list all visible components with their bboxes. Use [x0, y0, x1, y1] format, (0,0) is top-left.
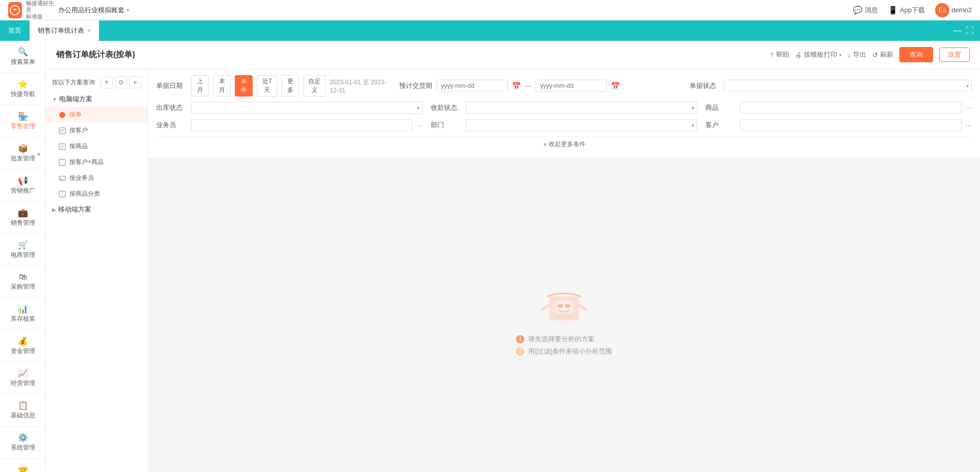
custom-btn[interactable]: 自定义 — [303, 75, 326, 97]
more-btn[interactable]: 更多 — [281, 75, 299, 97]
customer-more-icon[interactable]: ··· — [966, 121, 972, 129]
sidebar-item-sales[interactable]: 💼 销售管理 — [0, 202, 45, 234]
sidebar-item-operation[interactable]: 📈 经营管理 — [0, 362, 45, 394]
retail-icon: 🏪 — [0, 111, 45, 121]
by-customer-icon — [58, 127, 66, 135]
collapse-btn[interactable]: ∧ 收起更多条件 — [156, 136, 972, 152]
sidebar-item-finance[interactable]: 💰 资金管理 — [0, 330, 45, 362]
message-icon: 💬 — [853, 6, 863, 15]
main-content: 销售订单统计表(按单) ? 帮助 🖨 按模板打印 ▾ ↓ 导出 ↺ 刷新 查询 … — [46, 41, 980, 472]
refresh-btn[interactable]: ↺ 刷新 — [872, 50, 893, 59]
mobile-group-arrow: ▶ — [52, 207, 56, 213]
enterprise-icon: 🤝 — [0, 465, 45, 472]
app-icon: 📱 — [888, 6, 898, 15]
help-btn[interactable]: ? 帮助 — [770, 50, 789, 59]
last7-btn[interactable]: 近7天 — [257, 75, 277, 97]
template-print-btn[interactable]: 🖨 按模板打印 ▾ — [795, 50, 842, 59]
panel-item-by-customer[interactable]: 按客户 — [46, 123, 148, 138]
svg-rect-19 — [566, 304, 571, 308]
sidebar-item-system[interactable]: ⚙️ 系统管理 — [0, 427, 45, 459]
calendar-end-icon[interactable]: 📅 — [611, 82, 620, 90]
sidebar-item-enterprise[interactable]: 🤝 企业协同 — [0, 459, 45, 472]
query-button[interactable]: 查询 — [899, 47, 933, 62]
sidebar-item-purchase[interactable]: 🛍 采购管理 — [0, 266, 45, 298]
by-order-icon — [58, 111, 66, 119]
filter-area: 单据日期 上月 本月 本年 近7天 更多 自定义 2023-01-01 至 20… — [148, 69, 980, 158]
panel-item-by-order[interactable]: 按单 — [46, 107, 148, 123]
by-customer-goods-icon — [58, 158, 66, 167]
refresh-icon: ↺ — [872, 51, 878, 59]
panel-group-mobile[interactable]: ▶ 移动端方案 — [46, 202, 148, 217]
panel-item-by-goods[interactable]: 按商品 — [46, 138, 148, 154]
help-icon: ? — [770, 51, 773, 59]
svg-line-20 — [543, 305, 549, 309]
message-btn[interactable]: 💬 消息 — [853, 6, 878, 15]
salesperson-more-icon[interactable]: ··· — [416, 121, 423, 129]
delivery-status-select[interactable] — [191, 102, 423, 114]
tab-sales-order-stats[interactable]: 销售订单统计表 × — [30, 20, 99, 41]
add-scheme-btn[interactable]: + — [101, 76, 113, 88]
svg-point-1 — [59, 112, 65, 118]
doc-status-select[interactable] — [724, 80, 972, 92]
this-year-btn[interactable]: 本年 — [235, 75, 253, 97]
settings-button[interactable]: 设置 — [939, 48, 970, 62]
filter-expected-date-section: 预计交货期 📅 — 📅 — [399, 80, 681, 92]
date-buttons: 上月 本月 本年 近7天 更多 自定义 — [191, 75, 326, 97]
tab-bar: 首页 销售订单统计表 × — ⛶ — [0, 20, 980, 41]
sidebar-item-wholesale[interactable]: 📦 批发管理 ▲ — [0, 137, 45, 170]
tab-bar-right: — ⛶ — [953, 26, 980, 35]
empty-tip-2: 2 用[过滤]条件来缩小分析范围 — [516, 347, 611, 356]
sidebar-item-basic[interactable]: 📋 基础信息 — [0, 394, 45, 427]
workspace-dropdown-icon: ▾ — [127, 7, 129, 13]
customer-input[interactable] — [740, 119, 962, 131]
filter-date-section: 单据日期 上月 本月 本年 近7天 更多 自定义 2023-01-01 至 20… — [156, 75, 391, 97]
sidebar-item-ecommerce[interactable]: 🛒 电商管理 — [0, 234, 45, 266]
goods-more-icon[interactable]: ··· — [966, 104, 972, 112]
sidebar-item-quicknav[interactable]: ⭐ 快捷导航 — [0, 73, 45, 105]
last-month-btn[interactable]: 上月 — [191, 75, 209, 97]
payment-status-select[interactable] — [465, 102, 697, 114]
sidebar: 🔍 搜索菜单 ⭐ 快捷导航 🏪 零售管理 📦 批发管理 ▲ 📢 营销推广 💼 销… — [0, 41, 46, 472]
department-select[interactable] — [465, 119, 697, 131]
salesperson-input[interactable] — [191, 119, 412, 131]
logo: 畅捷通好生意 标准版 — [8, 0, 54, 20]
panel-item-by-customer-goods[interactable]: 按客户+商品 — [46, 154, 148, 170]
calendar-start-icon[interactable]: 📅 — [512, 82, 521, 90]
filter-row-2: 出库状态 收款状态 — [156, 102, 972, 114]
quicknav-icon: ⭐ — [0, 79, 45, 89]
tab-home[interactable]: 首页 — [0, 20, 30, 41]
tab-expand-icon[interactable]: ⛶ — [966, 26, 974, 35]
svg-rect-18 — [558, 304, 563, 308]
tip-num-2: 2 — [516, 347, 524, 356]
this-month-btn[interactable]: 本月 — [213, 75, 231, 97]
svg-line-21 — [579, 305, 585, 309]
export-btn[interactable]: ↓ 导出 — [848, 50, 867, 59]
tab-close-icon[interactable]: × — [87, 27, 91, 34]
expected-date-end-input[interactable] — [535, 80, 607, 92]
filter-delivery-section: 出库状态 — [156, 102, 423, 114]
expected-date-start-input[interactable] — [436, 80, 508, 92]
system-icon: ⚙️ — [0, 433, 45, 442]
app-download-btn[interactable]: 📱 App下载 — [888, 6, 925, 15]
collapse-panel-btn[interactable]: « — [129, 76, 141, 88]
settings-scheme-btn[interactable]: ⊙ — [115, 76, 127, 88]
search-icon: 🔍 — [0, 47, 45, 57]
user-menu[interactable]: Ea demo2 — [935, 3, 972, 17]
panel-group-arrow: ▼ — [52, 97, 57, 102]
sidebar-item-search[interactable]: 🔍 搜索菜单 — [0, 41, 45, 73]
wholesale-icon: 📦 — [18, 144, 28, 153]
panel-item-by-category[interactable]: 按商品分类 — [46, 186, 148, 202]
panel-group-pc: ▼ 电脑端方案 — [46, 91, 148, 107]
empty-state: 1 请先选择要分析的方案 2 用[过滤]条件来缩小分析范围 — [148, 158, 980, 472]
sidebar-item-marketing[interactable]: 📢 营销推广 — [0, 170, 45, 202]
workspace-selector[interactable]: 办公用品行业模拟账套 ▾ — [58, 6, 129, 15]
operation-icon: 📈 — [0, 368, 45, 378]
sidebar-item-inventory[interactable]: 📊 库存核算 — [0, 298, 45, 330]
empty-illustration — [538, 277, 590, 328]
tab-minimize-icon[interactable]: — — [953, 26, 962, 35]
ecommerce-icon: 🛒 — [0, 240, 45, 250]
finance-icon: 💰 — [0, 336, 45, 346]
goods-input[interactable] — [740, 102, 962, 114]
sidebar-item-retail[interactable]: 🏪 零售管理 — [0, 105, 45, 137]
panel-item-by-salesperson[interactable]: 按业务员 — [46, 170, 148, 186]
